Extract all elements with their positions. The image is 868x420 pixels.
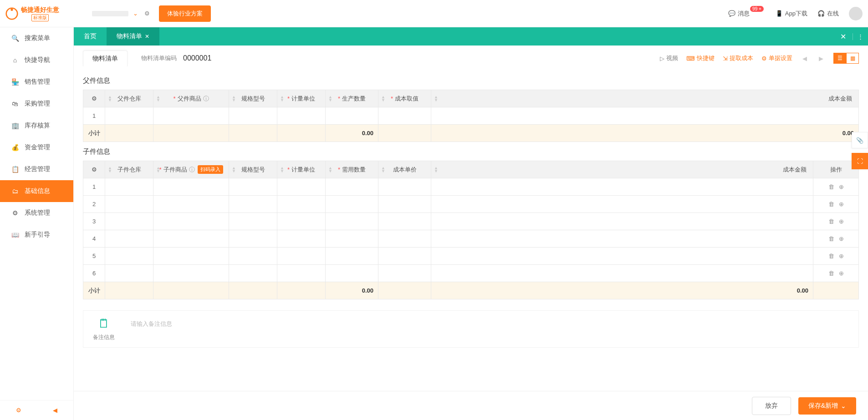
attachment-button[interactable]: 📎 [852, 132, 868, 148]
main-area: 首页 物料清单 ✕ ✕ ⋮ 物料清单 物料清单编码 0000001 ▷视频 ⌨快… [74, 27, 868, 420]
notes-section: 🗒 备注信息 [83, 310, 859, 348]
action-label: 视频 [666, 54, 678, 62]
info-icon[interactable]: ⓘ [189, 166, 195, 174]
col-label: 规格型号 [241, 95, 265, 103]
paperclip-icon: 📎 [856, 137, 863, 144]
tab-home[interactable]: 首页 [74, 27, 107, 46]
row-index: 1 [83, 178, 105, 196]
col-unit[interactable]: ▲▼*计量单位 [277, 161, 326, 178]
fullscreen-button[interactable]: ⛶ [852, 153, 868, 169]
add-row-icon[interactable]: ⊕ [839, 235, 844, 242]
delete-row-icon[interactable]: 🗑 [828, 235, 834, 242]
save-and-new-button[interactable]: 保存&新增⌄ [798, 397, 856, 415]
doc-settings-button[interactable]: ⚙单据设置 [761, 54, 792, 62]
table-row[interactable]: 5🗑⊕ [83, 248, 859, 265]
col-spec[interactable]: ▲▼规格型号 [229, 90, 277, 107]
col-config[interactable]: ⚙ [83, 90, 105, 107]
col-label: 生产数量 [342, 95, 366, 103]
sidebar-item-purchase[interactable]: 🛍采购管理 [0, 93, 73, 115]
sidebar-item-business[interactable]: 📋经营管理 [0, 158, 73, 180]
shop-icon: 🏪 [11, 78, 19, 86]
add-row-icon[interactable]: ⊕ [839, 201, 844, 207]
sidebar-item-basic[interactable]: 🗂基础信息 [0, 180, 73, 202]
shortcut-button[interactable]: ⌨快捷键 [686, 54, 715, 62]
next-record-button[interactable]: ▶ [817, 55, 825, 62]
view-list-button[interactable]: ☰ [833, 53, 846, 64]
col-config[interactable]: ⚙ [83, 161, 105, 178]
tab-label: 物料清单 [117, 32, 142, 40]
account-selector[interactable]: ⌄ [92, 10, 138, 17]
discard-button[interactable]: 放弃 [752, 397, 791, 415]
gear-icon: ⚙ [92, 95, 97, 102]
tabs-more-icon[interactable]: ⋮ [853, 33, 868, 40]
sidebar-collapse-icon[interactable]: ◀︎ [53, 407, 57, 414]
extract-cost-button[interactable]: ⇲提取成本 [723, 54, 753, 62]
table-row[interactable]: 1🗑⊕ [83, 178, 859, 196]
experience-solution-button[interactable]: 体验行业方案 [159, 5, 211, 22]
tab-bom[interactable]: 物料清单 ✕ [107, 27, 159, 46]
info-icon[interactable]: ⓘ [203, 95, 209, 103]
sidebar-item-system[interactable]: ⚙系统管理 [0, 202, 73, 224]
sidebar-item-quicknav[interactable]: ⌂快捷导航 [0, 49, 73, 71]
prev-record-button[interactable]: ◀ [801, 55, 809, 62]
online-support-button[interactable]: 🎧 在线 [817, 10, 839, 18]
search-icon: 🔍 [11, 34, 19, 42]
delete-row-icon[interactable]: 🗑 [828, 183, 834, 190]
sidebar-item-search[interactable]: 🔍搜索菜单 [0, 27, 73, 49]
add-row-icon[interactable]: ⊕ [839, 270, 844, 277]
delete-row-icon[interactable]: 🗑 [828, 270, 834, 277]
app-download-button[interactable]: 📱 App下载 [776, 10, 807, 18]
col-child-warehouse[interactable]: ▲▼子件仓库 [105, 161, 153, 178]
messages-button[interactable]: 💬 消息 99 + [728, 10, 766, 18]
add-row-icon[interactable]: ⊕ [839, 183, 844, 190]
delete-row-icon[interactable]: 🗑 [828, 253, 834, 259]
tab-label: 首页 [84, 32, 97, 40]
col-label: 规格型号 [241, 166, 265, 174]
close-icon[interactable]: ✕ [145, 33, 149, 40]
col-label: 子件仓库 [117, 166, 141, 174]
user-avatar[interactable] [849, 7, 863, 20]
sidebar-label: 库存核算 [25, 121, 50, 130]
col-cost-value[interactable]: ▲▼*成本取值 [378, 90, 431, 107]
col-parent-product[interactable]: ▲▼*父件商品ⓘ [153, 90, 229, 107]
brand-logo: 畅捷通好生意 标准版 [5, 6, 74, 21]
scan-entry-button[interactable]: 扫码录入 [198, 165, 223, 174]
notes-input[interactable] [124, 311, 858, 347]
sort-icon: ▲▼ [434, 167, 438, 173]
table-row[interactable]: 2🗑⊕ [83, 196, 859, 213]
notes-label-text: 备注信息 [93, 334, 115, 341]
table-row[interactable]: 4🗑⊕ [83, 230, 859, 248]
top-bar: 畅捷通好生意 标准版 ⌄ ⚙ 体验行业方案 💬 消息 99 + 📱 App下载 … [0, 0, 868, 27]
col-qty[interactable]: ▲▼*生产数量 [326, 90, 378, 107]
col-child-product[interactable]: ▲▼*子件商品ⓘ扫码录入 [153, 161, 229, 178]
table-row[interactable]: 6🗑⊕ [83, 265, 859, 282]
col-spec[interactable]: ▲▼规格型号 [229, 161, 277, 178]
table-row[interactable]: 1 [83, 107, 859, 125]
col-cost-amount[interactable]: ▲▼成本金额 [431, 90, 859, 107]
view-card-button[interactable]: ▦ [846, 53, 859, 64]
col-parent-warehouse[interactable]: ▲▼父件仓库 [105, 90, 153, 107]
col-qty[interactable]: ▲▼*需用数量 [326, 161, 378, 178]
page-footer: 放弃 保存&新增⌄ [74, 391, 868, 420]
sidebar-item-inventory[interactable]: 🏢库存核算 [0, 115, 73, 137]
table-row[interactable]: 3🗑⊕ [83, 213, 859, 230]
sort-icon: ▲▼ [280, 96, 284, 102]
col-unit[interactable]: ▲▼*计量单位 [277, 90, 326, 107]
sidebar-settings-icon[interactable]: ⚙ [16, 407, 21, 414]
delete-row-icon[interactable]: 🗑 [828, 218, 834, 225]
video-help-button[interactable]: ▷视频 [660, 54, 678, 62]
add-row-icon[interactable]: ⊕ [839, 253, 844, 259]
row-index: 4 [83, 230, 105, 248]
sidebar-item-funds[interactable]: 💰资金管理 [0, 137, 73, 158]
subtotal-amount: 0.00 [431, 125, 859, 142]
col-cost-amount[interactable]: ▲▼成本金额 [431, 161, 813, 178]
col-label: 成本金额 [828, 95, 852, 102]
sidebar-item-sales[interactable]: 🏪销售管理 [0, 71, 73, 93]
delete-row-icon[interactable]: 🗑 [828, 201, 834, 207]
sidebar-item-guide[interactable]: 📖新手引导 [0, 224, 73, 246]
workspace-tabs: 首页 物料清单 ✕ ✕ ⋮ [74, 27, 868, 46]
add-row-icon[interactable]: ⊕ [839, 218, 844, 225]
close-all-tabs-icon[interactable]: ✕ [834, 32, 853, 41]
col-unit-cost[interactable]: ▲▼成本单价 [378, 161, 431, 178]
account-settings-icon[interactable]: ⚙ [144, 10, 150, 17]
